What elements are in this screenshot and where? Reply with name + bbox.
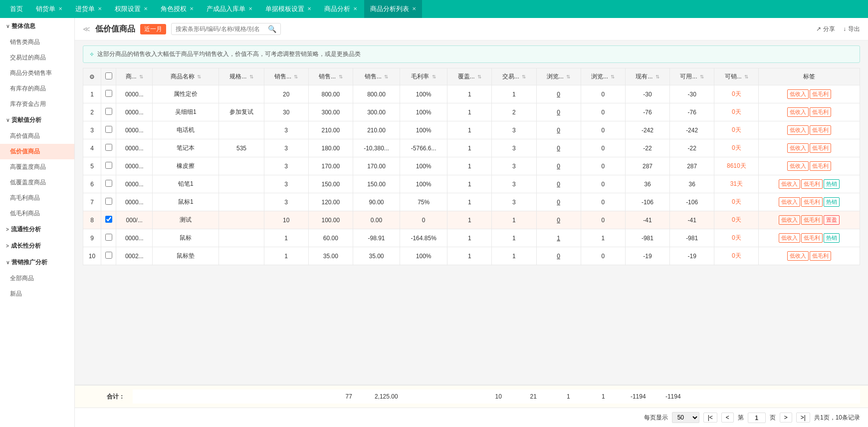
th-browse2[interactable]: 浏览... ⇅ (581, 68, 625, 85)
prev-page-button[interactable]: < (721, 413, 734, 423)
row-select-checkbox[interactable] (105, 126, 112, 133)
nav-analysis[interactable]: 商品分析 ✕ (318, 0, 363, 18)
nav-template-close[interactable]: ✕ (307, 0, 311, 18)
share-button[interactable]: ↗ 分享 (816, 25, 835, 33)
row-coverage: 1 (447, 211, 492, 229)
nav-role[interactable]: 角色授权 ✕ (155, 0, 200, 18)
browse-link[interactable]: 0 (557, 199, 560, 206)
th-stock[interactable]: 现有... ⇅ (625, 68, 669, 85)
nav-instock[interactable]: 产成品入库单 ✕ (201, 0, 258, 18)
row-select-checkbox[interactable] (105, 144, 112, 151)
nav-role-close[interactable]: ✕ (190, 0, 194, 18)
sidebar-group-marketing[interactable]: ∨ 营销推广分析 (0, 254, 74, 271)
tag-label: 低毛利 (801, 179, 823, 189)
nav-sales-close[interactable]: ✕ (58, 0, 62, 18)
th-code[interactable]: 商... ⇅ (116, 68, 153, 85)
tag-label: 低毛利 (810, 143, 831, 153)
row-select-checkbox[interactable] (105, 180, 112, 187)
th-available[interactable]: 可用... ⇅ (670, 68, 714, 85)
th-sales-qty[interactable]: 销售... ⇅ (264, 68, 308, 85)
sidebar-item-all-goods[interactable]: 全部商品 (0, 271, 74, 286)
row-spec (219, 211, 264, 229)
browse-link[interactable]: 0 (557, 181, 560, 188)
tag-label: 热销 (824, 233, 840, 243)
sidebar-group-flow[interactable]: > 流通性分析 (0, 221, 74, 238)
sidebar-item-high-value[interactable]: 高价值商品 (0, 128, 74, 144)
search-input[interactable] (176, 25, 265, 32)
total-browse1: 1 (551, 390, 586, 404)
nav-analysis-list-close[interactable]: ✕ (412, 0, 416, 18)
th-browse1[interactable]: 浏览... ⇅ (536, 68, 581, 85)
export-button[interactable]: ↓ 导出 (843, 25, 860, 33)
nav-analysis-list[interactable]: 商品分析列表 ✕ (364, 0, 422, 18)
th-coverage[interactable]: 覆盖... ⇅ (447, 68, 492, 85)
days-badge: 0天 (732, 252, 741, 259)
last-page-button[interactable]: >| (796, 413, 810, 423)
sidebar-collapse-icon[interactable]: ≪ (83, 25, 90, 33)
sidebar-item-high-coverage[interactable]: 高覆盖度商品 (0, 159, 74, 175)
info-icon: ✧ (89, 51, 94, 58)
browse-link[interactable]: 0 (557, 163, 560, 170)
browse-link[interactable]: 0 (557, 109, 560, 116)
row-select-checkbox[interactable] (105, 198, 112, 205)
next-page-button[interactable]: > (780, 413, 792, 423)
sidebar-item-new-goods[interactable]: 新品 (0, 286, 74, 302)
th-sales-amt[interactable]: 销售... ⇅ (308, 68, 353, 85)
sidebar-item-traded[interactable]: 交易过的商品 (0, 50, 74, 65)
th-gross-rate[interactable]: 毛利率 ⇅ (400, 68, 447, 85)
row-select-checkbox[interactable] (105, 216, 112, 223)
sidebar-item-low-margin[interactable]: 低毛利商品 (0, 206, 74, 221)
row-name: 橡皮擦 (153, 157, 219, 175)
sidebar-item-stock-value[interactable]: 库存资金占用 (0, 96, 74, 112)
sidebar-item-low-value[interactable]: 低价值商品 (0, 144, 74, 159)
row-select-checkbox[interactable] (105, 90, 112, 97)
browse-link[interactable]: 1 (557, 235, 560, 242)
row-select-checkbox[interactable] (105, 162, 112, 169)
row-select-checkbox[interactable] (105, 108, 112, 115)
nav-instock-close[interactable]: ✕ (248, 0, 252, 18)
row-code: 0000... (116, 85, 153, 103)
sidebar-group-contribution[interactable]: ∨ 贡献值分析 (0, 112, 74, 128)
nav-sales[interactable]: 销货单 ✕ (30, 0, 68, 18)
sidebar-item-low-coverage[interactable]: 低覆盖度商品 (0, 175, 74, 190)
sidebar-group-overall[interactable]: ∨ 整体信息 (0, 18, 74, 34)
row-sales-amt: 800.00 (308, 85, 353, 103)
th-saleable[interactable]: 可销... ⇅ (714, 68, 759, 85)
row-select-checkbox[interactable] (105, 234, 112, 241)
total-available: -1194 (655, 390, 690, 404)
th-sales-profit[interactable]: 销售... ⇅ (353, 68, 400, 85)
th-settings[interactable]: ⚙ (83, 68, 101, 85)
th-spec[interactable]: 规格... ⇅ (219, 68, 264, 85)
th-name[interactable]: 商品名称 ⇅ (153, 68, 219, 85)
row-stock: 287 (625, 157, 669, 175)
browse-link[interactable]: 0 (557, 253, 560, 260)
row-sales-qty: 10 (264, 211, 308, 229)
select-all-checkbox[interactable] (105, 72, 112, 79)
nav-purchase-close[interactable]: ✕ (98, 0, 102, 18)
sidebar-item-in-stock[interactable]: 有库存的商品 (0, 81, 74, 96)
sidebar-group-growth[interactable]: > 成长性分析 (0, 238, 74, 254)
sidebar-item-sales-goods[interactable]: 销售类商品 (0, 34, 74, 50)
nav-template[interactable]: 单据模板设置 ✕ (259, 0, 317, 18)
days-badge: 0天 (732, 126, 741, 133)
nav-permission-close[interactable]: ✕ (144, 0, 148, 18)
tag-label: 低毛利 (810, 161, 831, 171)
nav-analysis-close[interactable]: ✕ (353, 0, 357, 18)
sidebar-item-high-margin[interactable]: 高毛利商品 (0, 190, 74, 206)
browse-link[interactable]: 0 (557, 91, 560, 98)
nav-home[interactable]: 首页 (4, 0, 29, 18)
th-trade[interactable]: 交易... ⇅ (492, 68, 536, 85)
sidebar-item-category-rate[interactable]: 商品分类销售率 (0, 65, 74, 81)
browse-link[interactable]: 0 (557, 127, 560, 134)
browse-link[interactable]: 0 (557, 217, 560, 224)
nav-purchase[interactable]: 进货单 ✕ (69, 0, 108, 18)
page-number-input[interactable] (748, 413, 766, 423)
row-spec: 参加复试 (219, 103, 264, 121)
nav-permission[interactable]: 权限设置 ✕ (109, 0, 154, 18)
per-page-select[interactable]: 50 100 200 (672, 412, 699, 423)
row-select-checkbox[interactable] (105, 252, 112, 259)
period-button[interactable]: 近一月 (140, 24, 166, 34)
first-page-button[interactable]: |< (703, 413, 717, 423)
days-badge: 8610天 (727, 162, 746, 169)
browse-link[interactable]: 0 (557, 145, 560, 152)
